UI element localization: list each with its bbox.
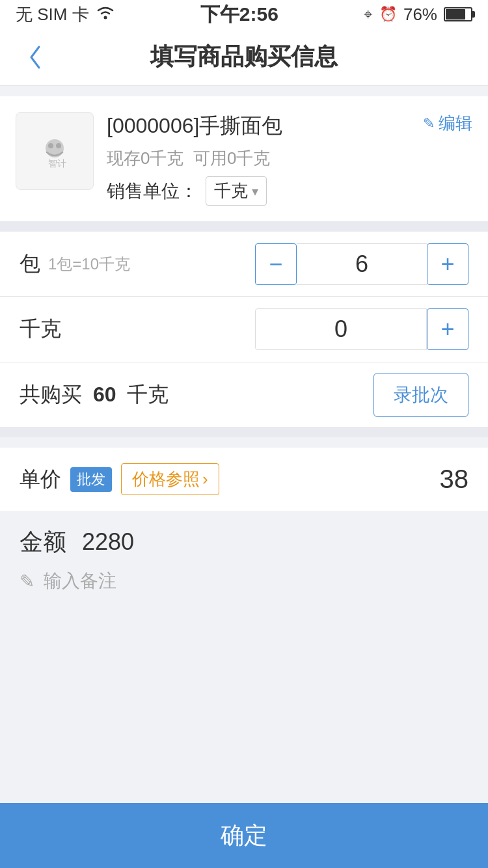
- bag-plus-button[interactable]: +: [427, 243, 468, 285]
- bag-minus-button[interactable]: −: [255, 243, 297, 285]
- bag-input-controls: − +: [255, 243, 468, 285]
- product-unit-row: 销售单位： 千克 ▾: [107, 176, 410, 206]
- status-right: ⌖ ⏰ 76%: [364, 5, 472, 25]
- product-stock: 现存0千克 可用0千克: [107, 147, 410, 170]
- battery-percent: 76%: [403, 5, 437, 25]
- wifi-icon: [96, 5, 115, 23]
- nav-bar: 填写商品购买信息: [0, 29, 488, 86]
- total-section: 共购买 60 千克 录批次: [0, 362, 488, 427]
- amount-row: 金额 2280: [20, 526, 468, 558]
- price-value: 38: [440, 465, 469, 494]
- price-type-badge: 批发: [70, 467, 112, 492]
- total-text: 共购买 60 千克: [20, 381, 169, 409]
- edit-button[interactable]: ✎ 编辑: [423, 112, 472, 135]
- product-card-right: ✎ 编辑: [423, 112, 472, 135]
- chevron-down-icon: ▾: [252, 183, 258, 199]
- time-display: 下午2:56: [200, 1, 278, 28]
- price-section: 单价 批发 价格参照 › 38: [0, 448, 488, 511]
- bag-hint: 1包=10千克: [48, 254, 255, 275]
- svg-point-3: [56, 143, 61, 148]
- location-icon: ⌖: [364, 5, 373, 23]
- alarm-icon: ⏰: [379, 6, 397, 23]
- record-batch-button[interactable]: 录批次: [373, 373, 468, 417]
- product-info: [0000006]手撕面包 现存0千克 可用0千克 销售单位： 千克 ▾: [107, 112, 410, 206]
- kg-value-input[interactable]: [255, 308, 427, 350]
- status-left: 无 SIM 卡: [16, 3, 115, 26]
- status-bar: 无 SIM 卡 下午2:56 ⌖ ⏰ 76%: [0, 0, 488, 29]
- svg-text:智计: 智计: [48, 158, 66, 169]
- section-divider-1: [0, 221, 488, 232]
- amount-value: 2280: [82, 528, 134, 555]
- chevron-right-icon: ›: [202, 469, 208, 489]
- product-name: [0000006]手撕面包: [107, 112, 410, 141]
- price-label: 单价: [20, 465, 61, 494]
- input-section: 包 1包=10千克 − + 千克 +: [0, 232, 488, 362]
- svg-point-2: [48, 143, 53, 148]
- product-image: 智计: [16, 112, 94, 190]
- total-amount: 60: [93, 383, 116, 406]
- kg-label: 千克: [20, 315, 61, 344]
- edit-icon: ✎: [423, 115, 435, 132]
- bag-value-input[interactable]: [297, 243, 427, 285]
- product-card: 智计 [0000006]手撕面包 现存0千克 可用0千克 销售单位： 千克 ▾ …: [0, 96, 488, 221]
- kg-plus-button[interactable]: +: [427, 308, 468, 350]
- bag-label: 包: [20, 250, 40, 278]
- price-left: 单价 批发 价格参照 ›: [20, 463, 219, 495]
- price-row: 单价 批发 价格参照 › 38: [20, 463, 468, 495]
- pencil-icon: ✎: [20, 571, 34, 592]
- bag-input-row: 包 1包=10千克 − +: [0, 232, 488, 297]
- battery-icon: [444, 7, 472, 21]
- confirm-button[interactable]: 确定: [0, 803, 488, 868]
- carrier-text: 无 SIM 卡: [16, 3, 89, 26]
- section-divider-2: [0, 427, 488, 437]
- page-title: 填写商品购买信息: [55, 41, 433, 73]
- back-button[interactable]: [16, 38, 55, 77]
- svg-point-0: [103, 16, 107, 20]
- unit-select[interactable]: 千克 ▾: [206, 176, 267, 206]
- remark-row[interactable]: ✎ 输入备注: [20, 569, 468, 593]
- kg-input-row: 千克 +: [0, 297, 488, 362]
- kg-input-controls: +: [255, 308, 468, 350]
- price-reference-button[interactable]: 价格参照 ›: [121, 463, 219, 495]
- confirm-label: 确定: [221, 820, 267, 852]
- amount-section: 金额 2280 ✎ 输入备注: [0, 511, 488, 604]
- remark-placeholder: 输入备注: [44, 569, 116, 593]
